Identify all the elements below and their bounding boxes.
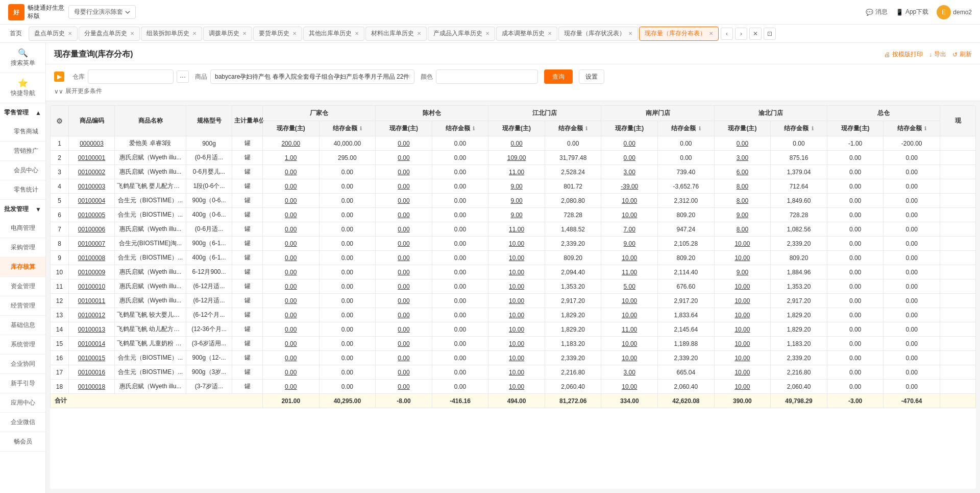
row-jb-amt: 1,829.20 (545, 308, 601, 322)
tab-fenpandian[interactable]: 分量盘点单历史 ✕ (79, 27, 140, 41)
warehouse-ellipsis-btn[interactable]: ··· (177, 71, 189, 83)
tab-close-chanchengru[interactable]: ✕ (485, 31, 489, 36)
sidebar-item-apps[interactable]: 应用中心 (0, 393, 45, 413)
table-row: 2 00100001 惠氏启赋（Wyeth illu... (0-6月适... … (51, 151, 976, 165)
top-bar-right: 💬 消息 📱 App下载 E demo2 (866, 5, 972, 19)
row-total-qty: 0.00 (827, 151, 884, 165)
sidebar-item-system[interactable]: 系统管理 (0, 335, 45, 355)
row-jb-qty: 9.00 (488, 179, 545, 194)
row-unit: 罐 (232, 380, 263, 394)
tab-diaob[interactable]: 调拨单历史 ✕ (203, 27, 252, 41)
row-unit: 罐 (232, 136, 263, 151)
tab-close-qitachuku[interactable]: ✕ (355, 31, 359, 36)
row-code: 00100018 (69, 380, 115, 394)
sidebar-item-operations[interactable]: 经营管理 (0, 296, 45, 316)
row-nan-amt: -3,652.76 (658, 179, 715, 194)
sidebar-item-collab[interactable]: 企业协同 (0, 355, 45, 374)
tab-bar: 首页 盘点单历史 ✕ 分量盘点单历史 ✕ 组装拆卸单历史 ✕ 调拨单历史 ✕ 要… (0, 25, 980, 43)
export-button[interactable]: ↓ 导出 (929, 50, 946, 59)
row-code: 00100014 (69, 337, 115, 351)
product-input[interactable] (210, 69, 414, 84)
row-unit: 罐 (232, 151, 263, 165)
org-selector[interactable]: 母婴行业演示陈套 (68, 5, 136, 19)
row-nan-amt: 809.20 (658, 251, 715, 265)
row-fac-amt: 0.00 (319, 165, 376, 179)
tab-close-chengtiao[interactable]: ✕ (548, 31, 552, 36)
gear-icon[interactable]: ⚙ (56, 117, 63, 125)
sidebar-item-member2[interactable]: 畅会员 (0, 432, 45, 452)
row-jb-qty: 10.00 (488, 308, 545, 322)
sidebar-group-retail[interactable]: 零售管理 ▲ (0, 103, 45, 122)
summary-cheng-qty: -8.00 (376, 394, 432, 408)
tab-close-cailiaochu[interactable]: ✕ (417, 31, 421, 36)
expand-conditions-btn[interactable]: ∨∨ 展开更多条件 (54, 87, 972, 96)
tab-cailiaochu[interactable]: 材料出库单历史 ✕ (365, 27, 427, 41)
sidebar-item-marketing[interactable]: 营销推广 (0, 142, 45, 161)
tab-chengtiao[interactable]: 成本调整单历史 ✕ (496, 27, 557, 41)
search-button[interactable]: 查询 (544, 69, 573, 84)
col-yb-amt-header: 结存金额 ℹ (771, 121, 827, 136)
tab-expand-btn[interactable]: ⊡ (764, 28, 776, 40)
col-spec-header: 规格型号 (186, 106, 232, 136)
row-nan-amt: 2,114.40 (658, 265, 715, 279)
refresh-button[interactable]: ↺ 刷新 (952, 50, 972, 59)
row-yb-qty: 6.00 (714, 165, 771, 179)
tab-qitachuku[interactable]: 其他出库单历史 ✕ (303, 27, 364, 41)
sidebar-group-wholesale[interactable]: 批发管理 ▼ (0, 200, 45, 219)
tab-close-xiancun-fenbu[interactable]: ✕ (709, 31, 713, 36)
tab-xiancun-fenbbu[interactable]: 现存量（库存分布表） ✕ (639, 27, 719, 41)
sidebar-item-guide[interactable]: 新手引导 (0, 374, 45, 393)
tab-close-xiancun-kucun[interactable]: ✕ (628, 31, 632, 36)
tab-next-btn[interactable]: › (735, 28, 747, 40)
tab-prev-btn[interactable]: ‹ (721, 28, 733, 40)
tab-yaohuo[interactable]: 要货单历史 ✕ (253, 27, 302, 41)
row-current (940, 208, 976, 222)
row-nan-qty: 5.00 (601, 279, 658, 294)
tab-close-fenpandian[interactable]: ✕ (130, 31, 134, 36)
filter-arrow-btn[interactable]: ▶ (54, 72, 64, 82)
user-area[interactable]: E demo2 (937, 5, 972, 19)
settings-button[interactable]: 设置 (579, 69, 604, 84)
sidebar-item-ecommerce[interactable]: 电商管理 (0, 219, 45, 238)
sidebar-item-quicknav[interactable]: ⭐ 快捷导航 (0, 73, 45, 103)
row-nan-qty: 10.00 (601, 294, 658, 308)
row-nan-qty: 10.00 (601, 380, 658, 394)
row-unit: 罐 (232, 237, 263, 251)
sidebar-item-retail-stats[interactable]: 零售统计 (0, 180, 45, 200)
app-download-button[interactable]: 📱 App下载 (896, 8, 928, 16)
warehouse-input[interactable] (88, 69, 174, 84)
tab-home[interactable]: 首页 (4, 27, 28, 41)
row-name: 惠氏启赋（Wyeth illu... (115, 279, 186, 294)
warehouse-filter: 仓库 ··· (72, 69, 189, 84)
row-yb-qty: 10.00 (714, 380, 771, 394)
tab-chanchengru[interactable]: 产成品入库单历史 ✕ (428, 27, 495, 41)
tab-close-zuzhezh[interactable]: ✕ (192, 31, 197, 36)
sidebar-item-finance[interactable]: 资金管理 (0, 277, 45, 296)
sidebar-item-member[interactable]: 会员中心 (0, 161, 45, 180)
row-yb-amt: 2,917.20 (771, 294, 827, 308)
sidebar-item-purchase[interactable]: 采购管理 (0, 238, 45, 257)
print-button[interactable]: 🖨 按模版打印 (884, 50, 923, 59)
row-yb-amt: 2,339.20 (771, 237, 827, 251)
row-code: 00100003 (69, 179, 115, 194)
tab-close-diaob[interactable]: ✕ (242, 31, 247, 36)
tab-close-yaohuo[interactable]: ✕ (292, 31, 297, 36)
row-code: 00100010 (69, 279, 115, 294)
row-total-amt: 0.00 (884, 194, 940, 208)
sidebar-item-retail-mall[interactable]: 零售商城 (0, 122, 45, 142)
tab-close-btn[interactable]: ✕ (749, 28, 762, 40)
sidebar-item-base[interactable]: 基础信息 (0, 316, 45, 335)
color-input[interactable] (436, 69, 538, 84)
sidebar-item-search[interactable]: 🔍 搜索英单 (0, 43, 45, 73)
tab-pandian[interactable]: 盘点单历史 ✕ (29, 27, 78, 41)
row-cheng-amt: 0.00 (432, 179, 488, 194)
tab-xiancun-kucun[interactable]: 现存量（库存状况表） ✕ (558, 27, 638, 41)
row-code: 00100009 (69, 265, 115, 279)
col-nanan-header: 南岸门店 (601, 106, 714, 121)
col-total-header: 总仓 (827, 106, 940, 121)
tab-close-pandian[interactable]: ✕ (68, 31, 72, 36)
sidebar-item-wechat[interactable]: 企业微信 (0, 413, 45, 432)
message-button[interactable]: 💬 消息 (866, 8, 888, 16)
sidebar-item-inventory[interactable]: 库存核算 (0, 257, 45, 277)
tab-zuzhezh[interactable]: 组装拆卸单历史 ✕ (141, 27, 202, 41)
